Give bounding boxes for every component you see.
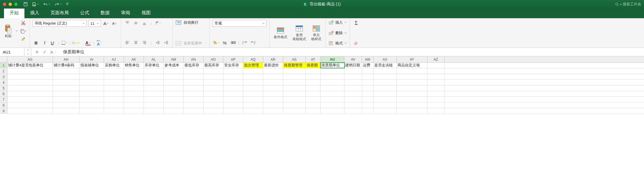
cell-AH3[interactable] <box>53 74 80 79</box>
cell-AH2[interactable] <box>53 68 80 74</box>
cell-AM2[interactable] <box>164 68 184 74</box>
cell-AS6[interactable] <box>283 91 306 97</box>
cell-AT1[interactable]: 保质期 <box>306 63 321 68</box>
copy-button[interactable] <box>20 28 27 34</box>
cell-AO4[interactable] <box>203 80 223 85</box>
cell-AZ7[interactable] <box>427 97 444 102</box>
font-size-select[interactable]: 11 <box>88 20 101 27</box>
paste-button[interactable]: 粘贴 <box>3 23 14 38</box>
cell-AZ8[interactable] <box>427 103 444 108</box>
row-header-8[interactable]: 8 <box>0 103 7 108</box>
cell-AG3[interactable] <box>7 74 53 79</box>
currency-button[interactable] <box>213 40 219 46</box>
tab-review[interactable]: 审阅 <box>115 8 136 18</box>
tab-data[interactable]: 数据 <box>95 8 115 18</box>
cell-AY4[interactable] <box>397 80 427 85</box>
column-header-AO[interactable]: AO <box>203 56 223 62</box>
undo-button[interactable] <box>43 2 51 7</box>
cell-AW2[interactable] <box>362 68 373 74</box>
cell-AU6[interactable] <box>321 91 344 97</box>
cell-AK8[interactable] <box>124 103 144 108</box>
cell-AP4[interactable] <box>223 80 243 85</box>
formula-input[interactable]: 保质期单位 <box>60 49 644 55</box>
cell-AM4[interactable] <box>164 80 184 85</box>
cancel-formula-button[interactable]: ✕ <box>35 50 39 55</box>
cell-AR5[interactable] <box>263 85 283 91</box>
insert-cells-button[interactable]: 插入 <box>329 20 347 25</box>
wrap-text-button[interactable]: 自动换行 <box>176 20 207 25</box>
cell-AR2[interactable] <box>263 68 283 74</box>
cell-styles-button[interactable]: 单元 格样式 <box>310 24 323 41</box>
italic-button[interactable]: I <box>41 40 48 46</box>
cell-AZ3[interactable] <box>427 74 444 79</box>
cell-AP1[interactable]: 安全库存 <box>223 63 243 68</box>
fx-label[interactable]: fx <box>51 50 56 54</box>
column-header-AW[interactable]: AW <box>362 56 373 62</box>
cell-AP8[interactable] <box>223 103 243 108</box>
tab-home[interactable]: 开始 <box>4 8 24 18</box>
cell-AW1[interactable]: 运费 <box>362 63 373 68</box>
cell-AO5[interactable] <box>203 85 223 91</box>
align-center-button[interactable] <box>132 40 139 46</box>
cell-AL5[interactable] <box>144 85 164 91</box>
cell-AY9[interactable] <box>397 108 427 114</box>
cell-AQ7[interactable] <box>243 97 263 102</box>
cell-AZ6[interactable] <box>427 91 444 97</box>
cell-AN9[interactable] <box>184 108 203 114</box>
cell-AR4[interactable] <box>263 80 283 85</box>
cell-AV9[interactable] <box>344 108 362 114</box>
cell-AY2[interactable] <box>397 68 427 74</box>
cell-AL1[interactable]: 库存单位 <box>144 63 164 68</box>
cell-AW4[interactable] <box>362 80 373 85</box>
search-sheet[interactable]: ▾ 搜索工作表 <box>615 2 641 7</box>
row-header-4[interactable]: 4 <box>0 80 7 85</box>
cell-AM9[interactable] <box>164 108 184 114</box>
select-all-corner[interactable] <box>0 56 7 62</box>
font-name-select[interactable]: 等线 Regular (正文) <box>33 20 87 27</box>
cell-AI8[interactable] <box>80 103 104 108</box>
column-header-AZ[interactable]: AZ <box>427 56 444 62</box>
cell-AI5[interactable] <box>80 85 104 91</box>
name-box[interactable]: AU1 <box>0 48 24 56</box>
cell-AR7[interactable] <box>263 97 283 102</box>
row-header-1[interactable]: 1 <box>0 63 7 68</box>
cell-AJ1[interactable]: 采购单位 <box>104 63 124 68</box>
cell-AN6[interactable] <box>184 91 203 97</box>
number-format-select[interactable]: 常规 <box>213 20 267 27</box>
cell-AX3[interactable] <box>373 74 397 79</box>
cell-AM5[interactable] <box>164 85 184 91</box>
cell-AP2[interactable] <box>223 68 243 74</box>
cell-AZ4[interactable] <box>427 80 444 85</box>
cell-AL9[interactable] <box>144 108 164 114</box>
cell-AI9[interactable] <box>80 108 104 114</box>
column-header-AJ[interactable]: AJ <box>104 56 124 62</box>
paste-dropdown[interactable] <box>15 30 18 32</box>
cell-AX1[interactable]: 是否走冻链 <box>373 63 397 68</box>
cell-AL7[interactable] <box>144 97 164 102</box>
minimize-window-button[interactable] <box>9 3 12 6</box>
cell-AK1[interactable]: 销售单位 <box>124 63 144 68</box>
cell-AH8[interactable] <box>53 103 80 108</box>
cell-AX2[interactable] <box>373 68 397 74</box>
cell-AT2[interactable] <box>306 68 321 74</box>
cell-AM6[interactable] <box>164 91 184 97</box>
cell-AQ4[interactable] <box>243 80 263 85</box>
cell-AW3[interactable] <box>362 74 373 79</box>
cell-AX5[interactable] <box>373 85 397 91</box>
cell-AO9[interactable] <box>203 108 223 114</box>
cell-AK2[interactable] <box>124 68 144 74</box>
cell-AS2[interactable] <box>283 68 306 74</box>
cell-AK4[interactable] <box>124 80 144 85</box>
font-color-button[interactable]: A <box>85 40 92 46</box>
cell-AK6[interactable] <box>124 91 144 97</box>
cell-AV8[interactable] <box>344 103 362 108</box>
tab-insert[interactable]: 插入 <box>24 8 45 18</box>
merge-center-button[interactable]: 合并后居中 <box>176 41 207 46</box>
column-header-AK[interactable]: AK <box>124 56 144 62</box>
row-header-9[interactable]: 9 <box>0 108 7 114</box>
customize-qat-button[interactable] <box>66 3 69 6</box>
align-top-button[interactable] <box>124 20 131 26</box>
cell-AW6[interactable] <box>362 91 373 97</box>
cell-AQ3[interactable] <box>243 74 263 79</box>
row-header-7[interactable]: 7 <box>0 97 7 102</box>
